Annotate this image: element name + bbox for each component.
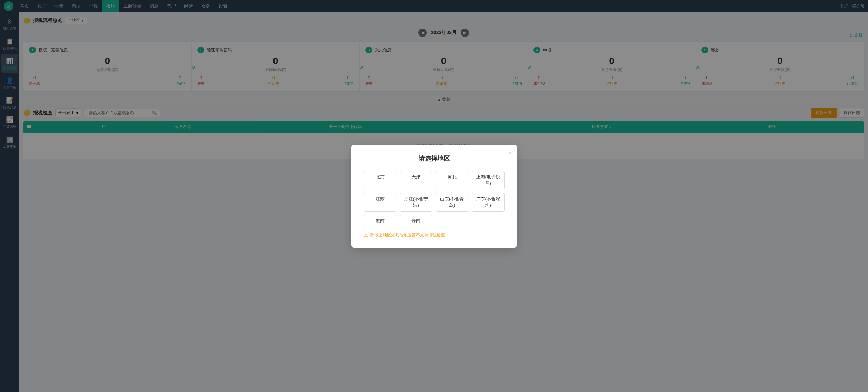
region-guangdong[interactable]: 广东(不含深圳) xyxy=(472,193,505,212)
region-shandong[interactable]: 山东(不含青岛) xyxy=(436,193,469,212)
region-beijing[interactable]: 北京 xyxy=(364,171,397,189)
region-shanghai[interactable]: 上海(电子税局) xyxy=(472,171,505,189)
modal-close-btn[interactable]: × xyxy=(508,149,512,156)
region-grid-row1: 北京 天津 河北 上海(电子税局) xyxy=(364,171,505,189)
region-hainan[interactable]: 海南 xyxy=(364,215,397,227)
region-grid-row2: 江苏 浙江(不含宁波) 山东(不含青岛) 广东(不含深圳) xyxy=(364,193,505,212)
region-zhejiang[interactable]: 浙江(不含宁波) xyxy=(400,193,432,212)
region-jiangsu[interactable]: 江苏 xyxy=(364,193,397,212)
modal-overlay[interactable]: × 请选择地区 北京 天津 河北 上海(电子税局) 江苏 浙江(不含宁波) 山东… xyxy=(0,0,868,392)
warning-icon: ⚠ xyxy=(364,232,368,238)
region-tianjin[interactable]: 天津 xyxy=(400,171,432,189)
modal-title: 请选择地区 xyxy=(364,154,505,163)
region-hebei[interactable]: 河北 xyxy=(436,171,469,189)
modal-warning-text: 除以上地区外其他地区暂不支持报税检查！ xyxy=(370,232,449,238)
modal-warning: ⚠ 除以上地区外其他地区暂不支持报税检查！ xyxy=(364,232,505,238)
region-yunnan[interactable]: 云南 xyxy=(400,215,432,227)
region-grid-row3: 海南 云南 xyxy=(364,215,505,227)
region-modal: × 请选择地区 北京 天津 河北 上海(电子税局) 江苏 浙江(不含宁波) 山东… xyxy=(351,145,517,248)
